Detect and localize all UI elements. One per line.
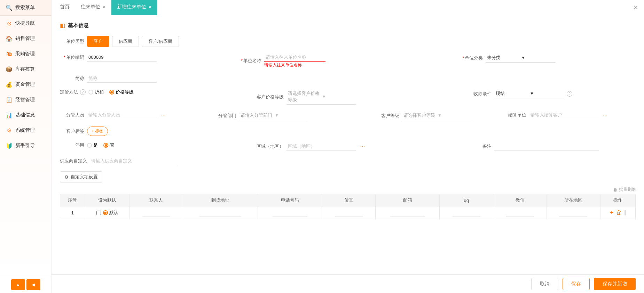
radio-disable-no-circle [103, 143, 108, 148]
supplier-custom-label: 供应商自定义 [60, 158, 87, 164]
payment-terms-select[interactable]: 现结 ▼ [494, 89, 564, 98]
radio-discount[interactable]: 折扣 [88, 89, 104, 95]
guide-icon: 🔰 [6, 142, 13, 149]
notes-field: 备注 [467, 142, 636, 150]
purchase-icon: 🛍 [6, 50, 13, 57]
save-and-new-button[interactable]: 保存并新增 [594, 278, 636, 290]
unit-category-select[interactable]: 未分类 ▼ [486, 53, 555, 63]
finance-icon: 💰 [6, 81, 13, 88]
unit-main-row: *单位编码 *单位名称 请输入往来单位名称 *单位分类 未分类 ▼ [60, 53, 636, 68]
department-field: 分管部门 请输入分管部门 ▼ [212, 111, 375, 120]
unit-name-input[interactable] [264, 53, 325, 62]
qq-input[interactable] [453, 209, 480, 217]
payment-terms-label: 收款条件 [467, 91, 492, 97]
disable-field: 停用 是 否 [60, 142, 257, 148]
region-table-input[interactable] [559, 209, 587, 217]
type-btn-supplier[interactable]: 供应商 [112, 36, 139, 47]
tab-home-label: 首页 [60, 4, 70, 10]
abbr-field: 简称 [60, 74, 237, 83]
contact-table: 序号 设为默认 联系人 到货地址 电话号码 传真 邮箱 qq 微信 所在地区 操… [60, 194, 636, 219]
add-row-icon[interactable]: + [610, 210, 613, 216]
content-area: ◧ 基本信息 单位类型 客户 供应商 客户/供应商 *单位编码 *单位名称 [52, 15, 644, 274]
region-input[interactable] [286, 142, 356, 150]
delete-row-icon[interactable]: 🗑 [616, 210, 622, 216]
settlement-unit-dots-btn[interactable]: ··· [602, 112, 609, 118]
col-actions: 操作 [600, 194, 635, 206]
tab-new-partner[interactable]: 新增往来单位 ✕ [111, 0, 157, 15]
manager-label: 分管人员 [60, 112, 84, 118]
col-address: 到货地址 [183, 194, 258, 206]
settlement-unit-input[interactable] [529, 111, 599, 119]
add-tag-button[interactable]: + 标签 [87, 127, 108, 136]
form-footer: 取消 保存 保存并新增 [52, 274, 644, 293]
save-button[interactable]: 保存 [563, 278, 590, 290]
sidebar-inventory-label: 库存核算 [15, 66, 35, 72]
region-dots-btn[interactable]: ··· [359, 143, 366, 149]
supplier-custom-input[interactable] [90, 157, 177, 165]
col-fax: 传真 [322, 194, 376, 206]
fax-input[interactable] [335, 209, 363, 217]
drag-handle[interactable] [625, 210, 626, 215]
cell-fax [322, 206, 376, 219]
abbr-input[interactable] [87, 74, 157, 83]
custom-settings-icon: ⚙ [64, 174, 69, 180]
custom-settings-button[interactable]: ⚙ 自定义项设置 [60, 171, 102, 182]
sidebar-item-finance[interactable]: 💰 资金管理 [0, 77, 51, 92]
customer-level-select[interactable]: 请选择客户等级 ▼ [402, 111, 472, 120]
cell-contact [129, 206, 183, 219]
disable-radio-group: 是 否 [87, 142, 114, 148]
home-icon: ⊙ [6, 20, 13, 27]
sidebar-toggle-btn[interactable]: ◀ [26, 279, 40, 290]
notes-label: 备注 [467, 143, 492, 149]
batch-delete-label[interactable]: 批量删除 [619, 187, 636, 193]
sidebar-item-guide[interactable]: 🔰 新手引导 [0, 138, 51, 153]
radio-disable-no[interactable]: 否 [103, 142, 114, 148]
contact-input[interactable] [142, 209, 170, 217]
unit-code-input[interactable] [87, 53, 157, 62]
row-checkbox[interactable] [96, 211, 101, 215]
wechat-input[interactable] [506, 209, 534, 217]
sidebar-item-operations[interactable]: 📋 经营管理 [0, 92, 51, 107]
tab-new-partner-close[interactable]: ✕ [148, 5, 152, 9]
default-radio[interactable]: 默认 [103, 210, 118, 216]
phone-input[interactable] [273, 209, 307, 217]
sidebar-item-sales[interactable]: 🏠 销售管理 [0, 31, 51, 46]
pricing-help-icon[interactable]: ? [80, 89, 86, 95]
manager-input[interactable] [87, 111, 157, 119]
cell-phone [258, 206, 322, 219]
radio-price-level[interactable]: 价格等级 [109, 89, 134, 95]
payment-terms-help-icon[interactable]: ? [567, 91, 572, 97]
customer-tag-field: 客户标签 + 标签 [60, 127, 636, 136]
department-select[interactable]: 请输入分管部门 ▼ [239, 111, 309, 120]
tab-partner[interactable]: 往来单位 ✕ [75, 0, 111, 15]
unit-code-label: *单位编码 [60, 54, 84, 60]
manager-dots-btn[interactable]: ··· [159, 112, 167, 118]
cell-actions: + 🗑 [600, 206, 635, 219]
unit-type-buttons: 客户 供应商 客户/供应商 [87, 36, 179, 47]
cancel-button[interactable]: 取消 [531, 278, 558, 290]
notes-input[interactable] [494, 142, 599, 150]
customer-price-level-select[interactable]: 请选择客户价格等级 ▼ [286, 89, 356, 105]
sales-icon: 🏠 [6, 35, 13, 42]
sidebar-collapse-btn[interactable]: ▲ [11, 279, 25, 290]
type-btn-customer[interactable]: 客户 [87, 36, 109, 47]
address-input[interactable] [199, 209, 241, 217]
radio-disable-yes[interactable]: 是 [87, 142, 98, 148]
sidebar-item-inventory[interactable]: 📦 库存核算 [0, 62, 51, 77]
search-icon: 🔍 [6, 4, 13, 11]
radio-disable-yes-circle [87, 143, 92, 148]
sidebar-finance-label: 资金管理 [15, 81, 35, 88]
sidebar-item-system[interactable]: ⚙ 系统管理 [0, 123, 51, 138]
sidebar-item-quick-nav[interactable]: ⊙ 快捷导航 [0, 16, 51, 31]
department-placeholder: 请输入分管部门 [241, 112, 273, 119]
email-input[interactable] [390, 209, 425, 217]
sidebar-quick-nav-label: 快捷导航 [15, 20, 35, 26]
type-btn-both[interactable]: 客户/供应商 [142, 36, 179, 47]
radio-price-level-circle [109, 90, 114, 95]
close-all-tabs-button[interactable]: ✕ [630, 4, 641, 11]
tab-home[interactable]: 首页 [54, 0, 75, 15]
sidebar-item-search[interactable]: 🔍 搜索菜单 [0, 0, 51, 16]
sidebar-item-base-info[interactable]: 📊 基础信息 [0, 107, 51, 123]
sidebar-item-purchase[interactable]: 🛍 采购管理 [0, 46, 51, 62]
tab-partner-close[interactable]: ✕ [102, 5, 106, 9]
